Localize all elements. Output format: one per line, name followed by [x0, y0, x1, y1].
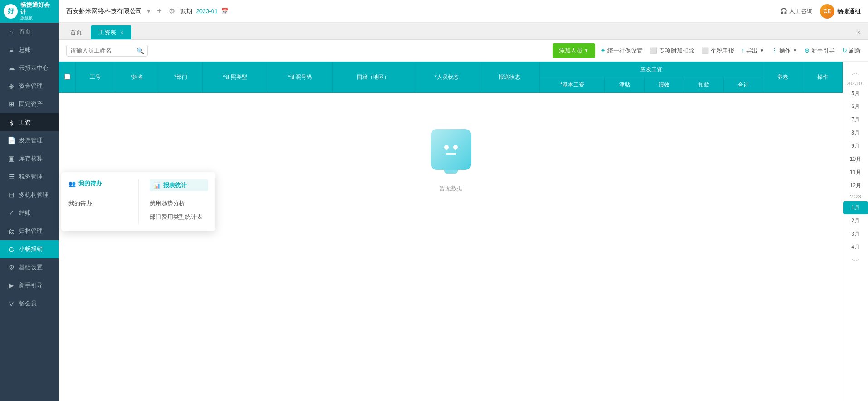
sidebar-item-guide[interactable]: ▶ 新手引导	[0, 276, 59, 295]
add-person-button[interactable]: 添加人员 ▼	[553, 43, 595, 58]
app-name: 畅捷通好会计	[20, 1, 55, 15]
month-may[interactable]: 5月	[843, 87, 868, 100]
social-security-icon: ✦	[601, 47, 606, 54]
scroll-up-button[interactable]: ︿	[850, 65, 862, 80]
sidebar-item-close[interactable]: ✓ 结账	[0, 204, 59, 222]
inventory-icon: ▣	[7, 155, 15, 163]
sidebar-item-ledger[interactable]: ≡ 总账	[0, 41, 59, 59]
refresh-label: 刷新	[849, 47, 861, 55]
popup-columns: 👥 我的待办 我的待办 📊 报表统计 费用趋势分析 部门费用类型统计表	[68, 179, 208, 224]
popup-menu: 👥 我的待办 我的待办 📊 报表统计 费用趋势分析 部门费用类型统计表	[61, 172, 215, 231]
sidebar-item-label: 发票管理	[19, 136, 43, 145]
salary-icon: $	[7, 119, 15, 126]
popup-divider	[138, 179, 139, 224]
right-sidebar: ︿ 2023.01 5月 6月 7月 8月 9月 10月 11月 12月 202…	[843, 62, 868, 401]
department-header: *部门	[159, 62, 202, 93]
sidebar-item-salary[interactable]: $ 工资	[0, 113, 59, 131]
month-jun[interactable]: 6月	[843, 100, 868, 113]
report-status-header: 报送状态	[479, 62, 540, 93]
topbar: 西安虾米网络科技有限公司 ▼ + ⚙ 账期 2023-01 📅 🎧 人工咨询 C…	[59, 0, 868, 23]
sidebar-item-cloud[interactable]: ☁ 云报表中心	[0, 59, 59, 77]
service-label: 人工咨询	[789, 7, 813, 15]
month-jan-current[interactable]: 1月	[843, 201, 868, 214]
tax-deduction-label: 专项附加扣除	[659, 47, 694, 55]
operation-action[interactable]: ⋮ 操作 ▼	[771, 47, 797, 55]
salary-group-header: 应发工资	[540, 62, 763, 77]
scroll-down-button[interactable]: ﹀	[850, 254, 862, 268]
calendar-icon[interactable]: 📅	[221, 8, 228, 14]
tab-bar: 首页 工资表 × ×	[59, 23, 868, 40]
sidebar-item-invoice[interactable]: 📄 发票管理	[0, 131, 59, 150]
social-security-action[interactable]: ✦ 统一社保设置	[601, 47, 643, 55]
name-header: *姓名	[115, 62, 159, 93]
settings-button[interactable]: ⚙	[167, 7, 177, 15]
id-number-header: *证照号码	[267, 62, 332, 93]
period-label: 账期	[180, 7, 192, 15]
sidebar-item-settings[interactable]: ⚙ 基础设置	[0, 258, 59, 276]
tab-close-global[interactable]: ×	[850, 25, 868, 39]
company-dropdown-arrow[interactable]: ▼	[146, 8, 151, 14]
ledger-icon: ≡	[7, 46, 15, 54]
sidebar: 好 畅捷通好会计 旗舰版 ⌂ 首页 ≡ 总账 ☁ 云报表中心 ◈ 资金管理 ⊞ …	[0, 0, 59, 401]
sidebar-item-label: 固定资产	[19, 100, 43, 108]
sidebar-item-tax[interactable]: ☰ 税务管理	[0, 168, 59, 186]
user-profile[interactable]: CE 畅捷通组	[820, 4, 861, 19]
popup-expense-trend[interactable]: 费用趋势分析	[150, 197, 209, 210]
personal-tax-action[interactable]: ⬜ 个税申报	[702, 47, 734, 55]
popup-my-todo[interactable]: 我的待办	[68, 197, 127, 210]
toolbar-actions: ✦ 统一社保设置 ⬜ 专项附加扣除 ⬜ 个税申报 ↑ 导出 ▼ ⋮ 操作 ▼	[601, 47, 861, 55]
sidebar-item-label: 基础设置	[19, 263, 43, 271]
sidebar-item-home[interactable]: ⌂ 首页	[0, 23, 59, 41]
customer-service[interactable]: 🎧 人工咨询	[780, 7, 813, 15]
tab-home[interactable]: 首页	[63, 25, 90, 39]
month-apr[interactable]: 4月	[843, 241, 868, 254]
avatar: CE	[820, 4, 834, 19]
month-feb[interactable]: 2月	[843, 214, 868, 227]
user-name: 畅捷通组	[837, 7, 861, 15]
checkbox-header	[59, 62, 76, 93]
export-icon: ↑	[742, 47, 745, 54]
operation-dropdown-icon: ▼	[793, 48, 797, 53]
settings-icon: ⚙	[7, 263, 15, 271]
nationality-header: 国籍（地区）	[332, 62, 414, 93]
month-sep[interactable]: 9月	[843, 140, 868, 153]
company-name: 西安虾米网络科技有限公司	[66, 7, 142, 15]
logo-text-container: 畅捷通好会计 旗舰版	[20, 1, 55, 21]
sidebar-item-label: 归档管理	[19, 227, 43, 235]
sidebar-item-label: 畅会员	[19, 300, 37, 308]
refresh-action[interactable]: ↻ 刷新	[842, 47, 861, 55]
month-aug[interactable]: 8月	[843, 126, 868, 140]
guide-action-icon: ⊕	[805, 47, 810, 54]
sidebar-item-expense[interactable]: G 小畅报销	[0, 240, 59, 258]
deductions-header: 扣款	[684, 77, 723, 93]
add-company-button[interactable]: +	[155, 6, 164, 16]
tab-salary-close[interactable]: ×	[121, 29, 124, 36]
tab-salary[interactable]: 工资表 ×	[91, 25, 131, 39]
export-action[interactable]: ↑ 导出 ▼	[742, 47, 764, 55]
archive-icon: 🗂	[7, 227, 15, 235]
sidebar-item-label: 云报表中心	[19, 64, 48, 72]
finance-icon: ◈	[7, 82, 15, 90]
search-input[interactable]	[70, 47, 134, 54]
search-box: 🔍	[66, 45, 148, 57]
popup-dept-expense[interactable]: 部门费用类型统计表	[150, 210, 209, 224]
sidebar-item-inventory[interactable]: ▣ 库存核算	[0, 150, 59, 168]
tax-deduction-action[interactable]: ⬜ 专项附加扣除	[650, 47, 694, 55]
month-mar[interactable]: 3月	[843, 227, 868, 241]
topbar-right: 🎧 人工咨询 CE 畅捷通组	[780, 4, 861, 19]
sidebar-item-finance[interactable]: ◈ 资金管理	[0, 77, 59, 95]
sidebar-item-label: 库存核算	[19, 155, 43, 163]
guide-action[interactable]: ⊕ 新手引导	[805, 47, 835, 55]
sidebar-item-assets[interactable]: ⊞ 固定资产	[0, 95, 59, 113]
sidebar-item-archive[interactable]: 🗂 归档管理	[0, 222, 59, 240]
month-jul[interactable]: 7月	[843, 113, 868, 126]
sidebar-item-member[interactable]: V 畅会员	[0, 295, 59, 313]
select-all-checkbox[interactable]	[64, 74, 70, 80]
sidebar-item-multiorg[interactable]: ⊟ 多机构管理	[0, 186, 59, 204]
search-icon: 🔍	[136, 47, 144, 54]
month-oct[interactable]: 10月	[843, 153, 868, 166]
logo-icon: 好	[4, 4, 18, 19]
popup-reports-label: 报表统计	[163, 181, 187, 189]
month-nov[interactable]: 11月	[843, 166, 868, 179]
month-dec[interactable]: 12月	[843, 179, 868, 192]
